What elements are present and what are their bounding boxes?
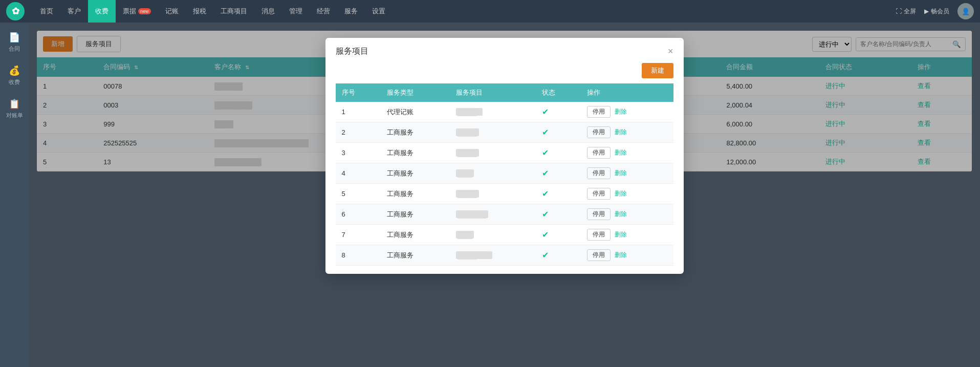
modal-body: 新建 序号 服务类型 服务项目 状态 操作 xyxy=(325,57,684,274)
stop-button[interactable]: 停用 xyxy=(587,167,611,179)
modal-table-row: 1 代理记账 ████1 ✔ 停用 删除 xyxy=(336,102,673,122)
modal-table-row: 7 工商服务 ███ ✔ 停用 删除 xyxy=(336,225,673,245)
nav-commerce[interactable]: 工商项目 xyxy=(213,0,254,23)
modal-header: 服务项目 × xyxy=(325,38,684,57)
stop-button[interactable]: 停用 xyxy=(587,126,611,138)
modal-cell-item: ███ xyxy=(450,163,536,184)
layout: 📄 合同 💰 收费 📋 对账单 新增 服务项目 进行中已完成已终止 🔍 xyxy=(0,23,980,367)
modal-cell-item: ███ xyxy=(450,225,536,245)
fullscreen-icon: ⛶ xyxy=(896,8,902,15)
modal-cell-status: ✔ xyxy=(536,184,581,204)
modal-cell-status: ✔ xyxy=(536,122,581,143)
modal-cell-seq: 8 xyxy=(336,245,381,266)
modal-cell-action[interactable]: 停用 删除 xyxy=(581,245,673,266)
delete-button[interactable]: 删除 xyxy=(615,210,627,219)
delete-button[interactable]: 删除 xyxy=(615,107,627,116)
main-content: 新增 服务项目 进行中已完成已终止 🔍 序号 合同编码 xyxy=(29,23,980,367)
nav-message[interactable]: 消息 xyxy=(254,0,282,23)
modal-table-row: 4 工商服务 ███ ✔ 停用 删除 xyxy=(336,163,673,184)
modal-cell-seq: 1 xyxy=(336,102,381,122)
nav-tax[interactable]: 报税 xyxy=(186,0,213,23)
sidebar: 📄 合同 💰 收费 📋 对账单 xyxy=(0,23,29,367)
play-icon: ▶ xyxy=(924,8,929,15)
modal-cell-item: ████1 xyxy=(450,102,536,122)
stop-button[interactable]: 停用 xyxy=(587,188,611,200)
modal-cell-seq: 5 xyxy=(336,184,381,204)
nav-home[interactable]: 首页 xyxy=(33,0,60,23)
nav-settings[interactable]: 设置 xyxy=(365,0,393,23)
fullscreen-button[interactable]: ⛶ 全屏 xyxy=(896,7,916,16)
nav-client[interactable]: 客户 xyxy=(60,0,88,23)
sidebar-item-statement[interactable]: 📋 对账单 xyxy=(0,93,29,124)
nav-invoice[interactable]: 票据 new xyxy=(116,0,158,23)
modal-table-row: 6 工商服务 ██████ ✔ 停用 删除 xyxy=(336,204,673,225)
modal-new-button[interactable]: 新建 xyxy=(642,63,673,78)
modal-cell-action[interactable]: 停用 删除 xyxy=(581,143,673,163)
stop-button[interactable]: 停用 xyxy=(587,147,611,159)
modal-overlay: 服务项目 × 新建 序号 服务类型 服务项目 xyxy=(29,23,980,367)
nav-billing[interactable]: 收费 xyxy=(88,0,116,23)
top-nav-right: ⛶ 全屏 ▶ 畅会员 👤 xyxy=(896,3,974,19)
modal-col-action: 操作 xyxy=(581,83,673,102)
stop-button[interactable]: 停用 xyxy=(587,249,611,261)
modal-cell-type: 工商服务 xyxy=(381,225,450,245)
modal-cell-status: ✔ xyxy=(536,225,581,245)
modal-cell-item: ████ xyxy=(450,184,536,204)
delete-button[interactable]: 删除 xyxy=(615,148,627,157)
modal-cell-action[interactable]: 停用 删除 xyxy=(581,204,673,225)
modal-col-seq: 序号 xyxy=(336,83,381,102)
modal-cell-seq: 7 xyxy=(336,225,381,245)
modal-table-row: 2 工商服务 ████ ✔ 停用 删除 xyxy=(336,122,673,143)
modal-cell-action[interactable]: 停用 删除 xyxy=(581,184,673,204)
delete-button[interactable]: 删除 xyxy=(615,189,627,198)
stop-button[interactable]: 停用 xyxy=(587,229,611,241)
modal-cell-seq: 3 xyxy=(336,143,381,163)
sidebar-item-contract[interactable]: 📄 合同 xyxy=(0,27,29,58)
modal-cell-seq: 6 xyxy=(336,204,381,225)
member-button[interactable]: ▶ 畅会员 xyxy=(924,7,949,16)
modal-scroll-area[interactable]: 序号 服务类型 服务项目 状态 操作 1 代理记账 ████1 ✔ 停用 xyxy=(336,83,673,266)
sidebar-item-billing[interactable]: 💰 收费 xyxy=(0,60,29,91)
modal-cell-item: ████ xyxy=(450,143,536,163)
modal-cell-action[interactable]: 停用 删除 xyxy=(581,163,673,184)
modal-cell-type: 工商服务 xyxy=(381,163,450,184)
modal-col-status: 状态 xyxy=(536,83,581,102)
modal-cell-type: 代理记账 xyxy=(381,102,450,122)
modal-cell-seq: 2 xyxy=(336,122,381,143)
modal-table-row: 3 工商服务 ████ ✔ 停用 删除 xyxy=(336,143,673,163)
modal-cell-status: ✔ xyxy=(536,163,581,184)
delete-button[interactable]: 删除 xyxy=(615,128,627,137)
stop-button[interactable]: 停用 xyxy=(587,208,611,220)
nav-manage[interactable]: 管理 xyxy=(282,0,310,23)
modal-cell-item: ████ xyxy=(450,122,536,143)
top-nav: ✿ 首页 客户 收费 票据 new 记账 报税 工商项目 消息 管理 经营 服务… xyxy=(0,0,980,23)
modal-cell-action[interactable]: 停用 删除 xyxy=(581,225,673,245)
modal-col-item: 服务项目 xyxy=(450,83,536,102)
stop-button[interactable]: 停用 xyxy=(587,106,611,118)
delete-button[interactable]: 删除 xyxy=(615,230,627,239)
modal-cell-status: ✔ xyxy=(536,204,581,225)
modal-cell-status: ✔ xyxy=(536,245,581,266)
statement-icon: 📋 xyxy=(9,98,20,110)
modal-cell-item: ████注册 xyxy=(450,245,536,266)
modal-cell-type: 工商服务 xyxy=(381,143,450,163)
modal-cell-type: 工商服务 xyxy=(381,204,450,225)
modal-cell-status: ✔ xyxy=(536,143,581,163)
service-items-table: 序号 服务类型 服务项目 状态 操作 1 代理记账 ████1 ✔ 停用 xyxy=(336,83,673,266)
service-modal: 服务项目 × 新建 序号 服务类型 服务项目 xyxy=(325,38,684,274)
nav-operation[interactable]: 经营 xyxy=(310,0,337,23)
contract-icon: 📄 xyxy=(9,32,20,43)
app-logo: ✿ xyxy=(6,2,25,20)
modal-cell-type: 工商服务 xyxy=(381,245,450,266)
modal-cell-action[interactable]: 停用 删除 xyxy=(581,122,673,143)
billing-icon: 💰 xyxy=(9,65,20,76)
new-badge: new xyxy=(138,8,151,14)
delete-button[interactable]: 删除 xyxy=(615,251,627,260)
modal-table-row: 5 工商服务 ████ ✔ 停用 删除 xyxy=(336,184,673,204)
modal-close-button[interactable]: × xyxy=(668,46,673,57)
delete-button[interactable]: 删除 xyxy=(615,169,627,178)
user-avatar[interactable]: 👤 xyxy=(957,3,974,19)
nav-service[interactable]: 服务 xyxy=(337,0,365,23)
nav-bookkeeping[interactable]: 记账 xyxy=(158,0,186,23)
modal-cell-action[interactable]: 停用 删除 xyxy=(581,102,673,122)
